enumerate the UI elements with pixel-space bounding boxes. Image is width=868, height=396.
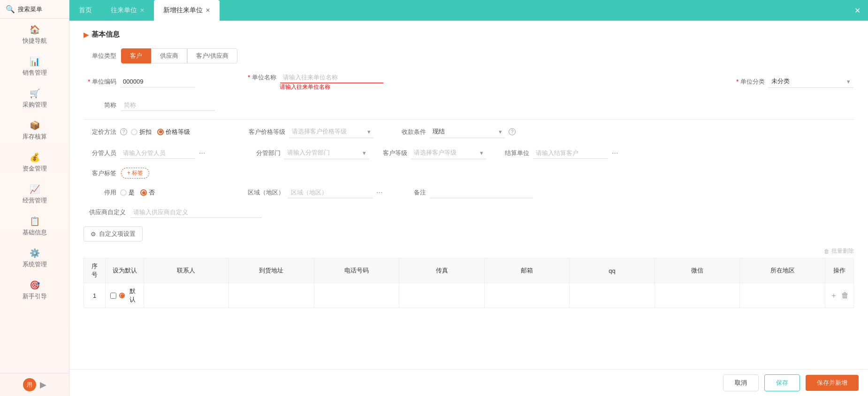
tab-home[interactable]: 首页 (69, 0, 101, 21)
sidebar-item-label: 新手引导 (23, 292, 47, 301)
money-icon: 💰 (30, 152, 40, 163)
wechat-input[interactable] (663, 292, 731, 299)
save-new-button[interactable]: 保存并新增 (806, 375, 859, 391)
sidebar-item-sales[interactable]: 📊 销售管理 (0, 51, 69, 83)
phone-input[interactable] (323, 292, 390, 299)
tab-new-counterparty[interactable]: 新增往来单位 ✕ (154, 0, 220, 21)
unit-type-group: 客户 供应商 客户/供应商 (121, 48, 237, 63)
unit-name-input[interactable] (280, 72, 383, 83)
unit-code-input[interactable] (120, 76, 195, 87)
pricing-help-icon[interactable]: ? (120, 128, 127, 135)
settlement-unit-input[interactable] (533, 148, 608, 159)
remark-input[interactable] (430, 187, 533, 198)
table-header-row: 序号 设为默认 联系人 到货地址 电话号码 传真 邮箱 qq 微信 所在地区 操… (84, 258, 854, 283)
unit-type-customer[interactable]: 客户 (121, 48, 151, 63)
short-name-label: 简称 (84, 101, 116, 109)
batch-delete-label[interactable]: 批量删除 (831, 247, 854, 255)
row-contact[interactable] (144, 283, 229, 308)
user-avatar[interactable]: 用 (23, 378, 36, 391)
tab-counterparty[interactable]: 往来单位 ✕ (101, 0, 154, 21)
region-input[interactable] (288, 187, 373, 198)
row-address[interactable] (229, 283, 314, 308)
short-name-input[interactable] (121, 100, 215, 111)
close-all-tabs[interactable]: ✕ (847, 6, 868, 15)
cancel-button[interactable]: 取消 (723, 374, 759, 391)
supplier-custom-input[interactable] (130, 207, 262, 218)
qq-input[interactable] (578, 292, 646, 299)
content-area: ▶ 基本信息 单位类型 客户 供应商 客户/供应商 单位编码 单位名称 (69, 21, 868, 369)
region-cell-input[interactable] (748, 292, 816, 299)
customer-price-level-select[interactable]: 请选择客户价格等级 ▾ (289, 125, 373, 138)
row-add-icon[interactable]: ＋ (830, 291, 838, 301)
operation-icon: 📈 (30, 184, 40, 194)
manager-more-icon[interactable]: ··· (199, 149, 205, 157)
unit-type-supplier[interactable]: 供应商 (151, 48, 187, 63)
batch-delete-area: 🗑 批量删除 (84, 247, 854, 255)
sidebar-search-label: 搜索菜单 (18, 5, 42, 14)
guide-icon: 🎯 (30, 280, 40, 290)
sidebar-item-label: 基础信息 (23, 228, 47, 237)
unit-name-wrapper: 单位名称 请输入往来单位名称 (248, 72, 727, 91)
disabled-yes[interactable]: 是 (120, 188, 135, 197)
col-address: 到货地址 (229, 258, 314, 283)
remark-field: 备注 (393, 187, 534, 198)
row-delete-icon[interactable]: 🗑 (841, 291, 849, 300)
row-region-cell[interactable] (740, 283, 825, 308)
customer-level-select[interactable]: 请选择客户等级 ▾ (411, 147, 486, 159)
separator-1 (84, 119, 854, 120)
sidebar-expand-icon[interactable]: ▶ (40, 380, 46, 390)
save-button[interactable]: 保存 (764, 374, 800, 391)
region-label: 区域（地区） (248, 188, 284, 197)
sidebar-item-beginner[interactable]: 🎯 新手引导 (0, 274, 69, 306)
row-email[interactable] (484, 283, 570, 308)
row-checkbox[interactable] (110, 293, 116, 299)
payment-terms-select[interactable]: 现结 ▾ (430, 125, 505, 138)
settlement-more-icon[interactable]: ··· (612, 149, 618, 157)
payment-terms-label: 收款条件 (393, 128, 426, 136)
unit-category-label: 单位分类 (732, 78, 765, 86)
unit-name-error: 请输入往来单位名称 (280, 84, 330, 90)
payment-help-icon[interactable]: ? (509, 128, 516, 135)
sidebar-search[interactable]: 🔍 搜索菜单 (0, 0, 69, 19)
sidebar-item-basic-info[interactable]: 📋 基础信息 (0, 210, 69, 242)
fax-input[interactable] (408, 292, 475, 299)
sidebar-item-inventory[interactable]: 📦 库存核算 (0, 115, 69, 147)
row-fax[interactable] (399, 283, 485, 308)
sidebar-item-quick-nav[interactable]: 🏠 快捷导航 (0, 19, 69, 51)
contact-input[interactable] (152, 292, 220, 299)
settlement-unit-label: 结算单位 (496, 149, 529, 157)
custom-settings-button[interactable]: ⚙ 自定义项设置 (84, 226, 143, 241)
add-tag-button[interactable]: + 标签 (121, 168, 149, 179)
customer-level-placeholder: 请选择客户等级 (414, 148, 457, 157)
pricing-level[interactable]: 价格等级 (157, 128, 190, 136)
row-actions: ＋ 🗑 (825, 283, 853, 308)
col-action: 操作 (825, 258, 853, 283)
tab-new-counterparty-close[interactable]: ✕ (206, 7, 210, 14)
sidebar-item-purchase[interactable]: 🛒 采购管理 (0, 83, 69, 115)
department-select[interactable]: 请输入分管部门 ▾ (284, 147, 369, 159)
unit-category-value: 未分类 (771, 77, 790, 85)
manager-label: 分管人员 (84, 149, 116, 157)
pricing-discount[interactable]: 折扣 (131, 128, 152, 136)
address-input[interactable] (237, 292, 305, 299)
manager-input[interactable] (120, 148, 195, 159)
sidebar-item-label: 销售管理 (23, 69, 47, 77)
sidebar-item-system[interactable]: ⚙️ 系统管理 (0, 242, 69, 274)
row-default-radio[interactable]: 默认 (119, 287, 138, 304)
remark-label: 备注 (393, 188, 426, 197)
sidebar-item-label: 系统管理 (23, 260, 47, 269)
row-wechat[interactable] (655, 283, 740, 308)
sidebar-item-operation[interactable]: 📈 经营管理 (0, 179, 69, 210)
email-input[interactable] (493, 292, 561, 299)
region-more-icon[interactable]: ··· (376, 189, 382, 196)
tab-counterparty-close[interactable]: ✕ (140, 7, 145, 14)
disabled-no[interactable]: 否 (140, 188, 155, 197)
sidebar-item-finance[interactable]: 💰 资金管理 (0, 147, 69, 179)
unit-type-both[interactable]: 客户/供应商 (187, 48, 237, 63)
sidebar: 🔍 搜索菜单 🏠 快捷导航 📊 销售管理 🛒 采购管理 📦 库存核算 💰 资金管… (0, 0, 69, 396)
row-phone[interactable] (314, 283, 399, 308)
department-placeholder: 请输入分管部门 (287, 148, 330, 157)
customer-level-label: 客户等级 (374, 149, 407, 157)
unit-category-select[interactable]: 未分类 ▾ (769, 75, 853, 88)
row-qq[interactable] (570, 283, 655, 308)
